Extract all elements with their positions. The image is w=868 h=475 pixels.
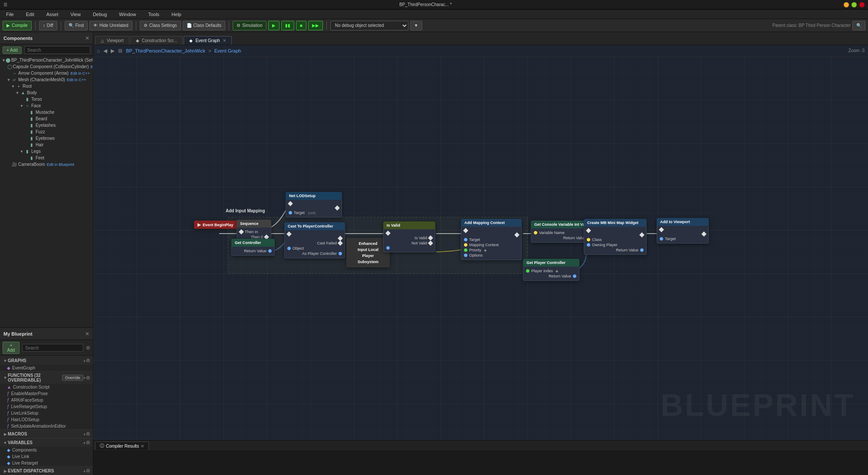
stop-button[interactable]: ■ — [296, 21, 306, 30]
nav-back-button[interactable]: ◀ — [103, 48, 107, 54]
construction-script-item[interactable]: ▲ Construction Script — [0, 384, 93, 390]
debug-options-button[interactable]: ▼ — [410, 21, 422, 30]
tree-item-mustache[interactable]: ▮ Mustache — [0, 109, 93, 115]
live-link-setup-item[interactable]: ƒ LiveLinkSetup — [0, 410, 93, 416]
search-parent-button[interactable]: 🔍 — [852, 21, 865, 30]
nav-forward-button[interactable]: ▶ — [111, 48, 115, 54]
event-graph-item[interactable]: ◆ EventGraph — [0, 365, 93, 371]
tree-item-arrow[interactable]: → Arrow Component (Arrow) Edit in C++ — [0, 70, 93, 76]
tree-item-fuzz[interactable]: ▮ Fuzz — [0, 129, 93, 135]
menu-asset[interactable]: Asset — [44, 11, 61, 18]
node-cast-player-controller[interactable]: Cast To PlayerController Cast Failed — [284, 222, 345, 258]
minimize-button[interactable] — [844, 2, 849, 7]
components-search-input[interactable] — [24, 46, 90, 54]
center-panel: △ Viewport ◆ Construction Scr... ◆ Event… — [93, 32, 868, 475]
node-add-to-viewport[interactable]: Add to Viewport Target — [657, 218, 709, 244]
variables-settings-button[interactable]: ⚙ — [86, 440, 90, 445]
pause-button[interactable]: ▮▮ — [281, 21, 294, 30]
bottom-panel: ⓘ Compiler Results ✕ — [93, 440, 868, 475]
menu-tools[interactable]: Tools — [145, 11, 162, 18]
node-event-begin-play[interactable]: ▶ Event BeginPlay — [194, 221, 237, 229]
diff-button[interactable]: ↕ Diff — [39, 21, 57, 30]
event-tab-close-button[interactable]: ✕ — [223, 38, 226, 43]
variables-section[interactable]: ▼ VARIABLES + ⚙ — [0, 438, 93, 447]
macros-settings-button[interactable]: ⚙ — [86, 431, 90, 437]
event-dispatchers-section[interactable]: ▶ EVENT DISPATCHERS + ⚙ — [0, 466, 93, 475]
maximize-button[interactable] — [852, 2, 857, 7]
tree-item-mesh[interactable]: ▼ ▱ Mesh (CharacterMesh0) Edit in C++ — [0, 76, 93, 83]
override-button[interactable]: Override — [62, 375, 83, 381]
capsule-edit-link[interactable]: Edit in C++ — [91, 65, 93, 69]
tree-item-hair[interactable]: ▮ Hair — [0, 142, 93, 148]
tab-event-graph[interactable]: ◆ Event Graph ✕ — [184, 36, 231, 45]
tree-item-legs[interactable]: ▼ ▮ Legs — [0, 148, 93, 155]
components-var-item[interactable]: ◆ Components — [0, 447, 93, 453]
graphs-settings-button[interactable]: ⚙ — [86, 358, 90, 363]
tree-item-eyebrows[interactable]: ▮ Eyebrows — [0, 135, 93, 142]
tree-item-body[interactable]: ▼ ▲ Body — [0, 89, 93, 96]
tree-item-capsule[interactable]: ◯ Capsule Component (CollisionCylinder) … — [0, 63, 93, 70]
cameraboom-edit-link[interactable]: Edit in Blueprint — [47, 162, 74, 167]
hide-unrelated-button[interactable]: 👁 Hide Unrelated — [89, 21, 132, 30]
live-link-var-item[interactable]: ◆ Live Link — [0, 453, 93, 460]
tree-item-feet[interactable]: ▮ Feet — [0, 155, 93, 161]
event-dispatchers-settings-button[interactable]: ⚙ — [86, 468, 90, 474]
node-net-lodsetup[interactable]: Net LODSetup Target [self] — [286, 192, 342, 218]
compiler-results-tab[interactable]: ⓘ Compiler Results ✕ — [95, 442, 149, 450]
menu-edit[interactable]: Edit — [23, 11, 37, 18]
mesh-edit-link[interactable]: Edit in C++ — [67, 78, 86, 82]
my-blueprint-close-button[interactable]: ✕ — [85, 331, 89, 337]
blueprint-search-input[interactable] — [22, 344, 83, 352]
play-button[interactable]: ▶ — [268, 21, 279, 30]
set-update-anim-item[interactable]: ƒ SetUpdateAnimationInEditor — [0, 423, 93, 429]
tab-construction-script[interactable]: ◆ Construction Scr... — [130, 36, 183, 45]
live-retarget-setup-item[interactable]: ƒ LiveRetargetSetup — [0, 403, 93, 410]
hair-lod-setup-item[interactable]: ƒ HairLODSetup — [0, 416, 93, 423]
node-create-minimap[interactable]: Create MB Mini Map Widget Class — [584, 219, 647, 255]
menu-view[interactable]: View — [68, 11, 83, 18]
class-settings-button[interactable]: ⚙ Class Settings — [140, 21, 181, 30]
tree-item-root[interactable]: ▼ ▪ Root — [0, 83, 93, 89]
find-button[interactable]: 🔍 Find — [65, 21, 88, 30]
tree-item-eyelashes[interactable]: ▮ Eyelashes — [0, 122, 93, 129]
tab-viewport[interactable]: △ Viewport — [95, 36, 129, 45]
add-component-button[interactable]: + Add — [3, 46, 22, 54]
node-get-player-ctrl-left[interactable]: Get Controller Return Value — [231, 239, 275, 256]
compile-button[interactable]: ▶ Compile — [3, 21, 32, 30]
blueprint-settings-button[interactable]: ⚙ — [86, 345, 90, 351]
debug-object-dropdown[interactable]: No debug object selected — [330, 21, 408, 30]
node-get-player-ctrl-right[interactable]: Get Player Controller Player Index ◆ Ret… — [523, 259, 579, 281]
menu-help[interactable]: Help — [169, 11, 184, 18]
class-defaults-button[interactable]: 📄 Class Defaults — [183, 21, 225, 30]
functions-section[interactable]: ▼ FUNCTIONS (32 OVERRIDABLE) Override + … — [0, 371, 93, 384]
close-button[interactable] — [859, 2, 865, 7]
nav-home-button[interactable]: ⌂ — [97, 48, 100, 54]
menu-debug[interactable]: Debug — [90, 11, 109, 18]
breadcrumb-root[interactable]: BP_ThirdPersonCharacter_JohnWick — [126, 48, 205, 53]
menu-file[interactable]: File — [3, 11, 16, 18]
arrow-edit-link[interactable]: Edit in C++ — [70, 71, 90, 76]
menu-window[interactable]: Window — [116, 11, 138, 18]
skip-button[interactable]: ▶▶ — [308, 21, 323, 30]
macros-section[interactable]: ▶ MACROS + ⚙ — [0, 429, 93, 438]
graph-canvas[interactable]: Add Input Mapping ▶ Event BeginPlay Sequ… — [93, 56, 868, 440]
simulation-button[interactable]: ⚙ Simulation — [233, 21, 266, 30]
arkit-face-setup-item[interactable]: ƒ ARKitFaceSetup — [0, 397, 93, 403]
add-blueprint-button[interactable]: + Add — [3, 342, 20, 354]
functions-settings-button[interactable]: ⚙ — [86, 375, 90, 381]
components-close-button[interactable]: ✕ — [85, 35, 89, 41]
nav-grid-button[interactable]: ⊞ — [118, 48, 122, 54]
node-is-valid[interactable]: Is Valid Is Valid Not Valid — [383, 221, 435, 252]
tree-item-beard[interactable]: ▮ Beard — [0, 115, 93, 122]
enable-master-pose-item[interactable]: ƒ EnableMasterPose — [0, 390, 93, 397]
compiler-results-close[interactable]: ✕ — [141, 444, 144, 449]
tree-item-torso[interactable]: ▮ Torso — [0, 96, 93, 102]
live-retarget-var-item[interactable]: ◆ Live Retarget — [0, 460, 93, 466]
tree-item-face[interactable]: ▼ ○ Face — [0, 102, 93, 109]
tree-item-cameraboom[interactable]: 🎥 CameraBoom Edit in Blueprint — [0, 161, 93, 168]
window-menu[interactable]: ☰ — [3, 2, 7, 7]
tree-item-self[interactable]: ▼ ⬤ BP_ThirdPersonCharacter_JohnWick (Se… — [0, 57, 93, 63]
graphs-section[interactable]: ▼ GRAPHS + ⚙ — [0, 356, 93, 365]
node-add-mapping-context[interactable]: Add Mapping Context Target Ma — [461, 219, 522, 260]
minimap-class: Class — [584, 237, 646, 242]
